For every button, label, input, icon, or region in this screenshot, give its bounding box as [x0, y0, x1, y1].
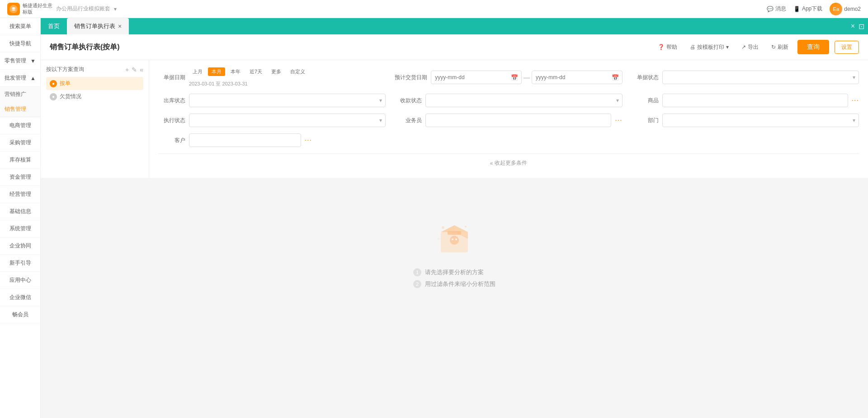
logo-area[interactable]: 畅捷通好生意 标版	[7, 3, 52, 15]
collapse-scheme-icon[interactable]: «	[140, 66, 143, 73]
date-range-picker: 📅 — 📅	[431, 71, 622, 84]
collapse-btn[interactable]: « 收起更多条件	[485, 157, 533, 169]
shipment-select[interactable]	[189, 94, 386, 107]
date-end-wrapper: 📅	[532, 71, 623, 84]
breadcrumb-icon[interactable]: ▾	[114, 6, 117, 12]
date-tag-last-month[interactable]: 上月	[189, 67, 206, 76]
tab-maximize-icon[interactable]: ⊡	[859, 22, 864, 31]
date-start-input[interactable]	[431, 71, 522, 84]
sidebar-item-basic[interactable]: 基础信息	[0, 203, 40, 220]
sales-rep-input[interactable]	[425, 114, 611, 127]
refresh-btn[interactable]: ↻ 刷新	[768, 42, 792, 53]
receipt-field: 收款状态 ▾	[395, 94, 622, 107]
execution-select-wrapper: ▾	[189, 114, 386, 127]
empty-tips: 1 请先选择要分析的方案 2 用过滤条件来缩小分析范围	[413, 268, 495, 288]
tip-num-2: 2	[413, 280, 421, 288]
sidebar-item-wechat[interactable]: 企业微信	[0, 289, 40, 306]
dept-select-wrapper: ▾	[662, 114, 859, 127]
receipt-select-wrapper: ▾	[425, 94, 622, 107]
app-download-btn[interactable]: 📱 App下载	[793, 5, 822, 13]
sidebar-item-collab[interactable]: 企业协同	[0, 238, 40, 255]
export-btn[interactable]: ↗ 导出	[738, 42, 762, 53]
goods-input[interactable]	[662, 94, 848, 107]
sidebar-item-ecommerce[interactable]: 电商管理	[0, 117, 40, 134]
help-btn[interactable]: ❓ 帮助	[654, 42, 681, 53]
message-btn[interactable]: 💬 消息	[767, 5, 786, 13]
shipment-select-wrapper: ▾	[189, 94, 386, 107]
settings-btn[interactable]: 设置	[835, 41, 859, 54]
date-tag-7days[interactable]: 近7天	[246, 67, 266, 76]
date-tag-custom[interactable]: 自定义	[287, 67, 309, 76]
sidebar-item-system[interactable]: 系统管理	[0, 220, 40, 238]
template-print-btn[interactable]: 🖨 按模板打印 ▾	[686, 42, 732, 53]
status-select-wrapper: ▾	[662, 71, 859, 84]
status-select[interactable]	[662, 71, 859, 84]
sidebar-subitem-marketing[interactable]: 营销推广	[0, 87, 40, 102]
sidebar-item-appcenter[interactable]: 应用中心	[0, 272, 40, 289]
breadcrumb[interactable]: 办公用品行业模拟账套	[56, 5, 110, 13]
sidebar-item-search[interactable]: 搜索菜单	[0, 18, 40, 35]
tab-sales-order[interactable]: 销售订单执行表 ×	[67, 18, 129, 34]
dept-select[interactable]	[662, 114, 859, 127]
sales-rep-more-btn[interactable]: ···	[615, 116, 622, 124]
tab-minimize-icon[interactable]: ×	[851, 22, 855, 30]
status-label: 单据状态	[632, 74, 659, 81]
date-field: 单据日期 上月 本月 本年 近7天 更多 自定义 20	[158, 67, 386, 87]
sidebar-subitem-sales[interactable]: 销售管理	[0, 102, 40, 117]
sidebar: 搜索菜单 快捷导航 零售管理 ▼ 批发管理 ▲ 营销推广 销售管理 电商管理 采…	[0, 18, 41, 418]
avatar: Ea	[830, 3, 842, 15]
edit-scheme-icon[interactable]: ✎	[132, 66, 137, 73]
filter-row-2: 出库状态 ▾ 收款状态	[158, 94, 859, 107]
empty-tip-2: 2 用过滤条件来缩小分析范围	[413, 280, 495, 288]
tab-close-icon[interactable]: ×	[118, 23, 122, 29]
date-end-input[interactable]	[532, 71, 623, 84]
page-body: 销售订单执行表(按单) ❓ 帮助 🖨 按模板打印 ▾ ↗ 导出	[41, 34, 868, 418]
svg-point-9	[465, 226, 467, 228]
receipt-select[interactable]	[425, 94, 622, 107]
svg-rect-6	[452, 238, 453, 240]
filter-left-header: 按以下方案查询 + ✎ «	[46, 66, 143, 73]
svg-point-10	[438, 238, 439, 240]
sidebar-item-inventory[interactable]: 库存核算	[0, 152, 40, 169]
sidebar-item-member[interactable]: 畅会员	[0, 306, 40, 323]
date-tag-this-year[interactable]: 本年	[227, 67, 244, 76]
scheme-item-by-order[interactable]: ● 按单	[46, 77, 143, 90]
shipment-field: 出库状态 ▾	[158, 94, 386, 107]
query-btn[interactable]: 查询	[797, 40, 829, 54]
top-bar-right: 💬 消息 📱 App下载 Ea demo2	[767, 3, 861, 15]
goods-more-btn[interactable]: ···	[852, 96, 859, 104]
retail-expand-icon: ▼	[30, 58, 36, 64]
sidebar-item-purchase[interactable]: 采购管理	[0, 134, 40, 152]
filter-scheme-label: 按以下方案查询	[46, 66, 84, 73]
customer-input[interactable]	[189, 133, 301, 147]
scheme-name-shortage: 欠货情况	[60, 93, 81, 100]
page-title: 销售订单执行表(按单)	[50, 43, 120, 52]
filter-scheme-panel: 按以下方案查询 + ✎ « ● 按单 ● 欠货情况	[41, 60, 149, 178]
customer-field: 客户 ···	[158, 133, 312, 147]
filter-row-1: 单据日期 上月 本月 本年 近7天 更多 自定义 20	[158, 67, 859, 87]
sidebar-item-ops[interactable]: 经营管理	[0, 186, 40, 203]
sidebar-item-quick-nav[interactable]: 快捷导航	[0, 35, 40, 52]
date-tag-this-month[interactable]: 本月	[208, 67, 225, 76]
date-tag-more[interactable]: 更多	[268, 67, 285, 76]
sidebar-item-wholesale[interactable]: 批发管理 ▲	[0, 70, 40, 87]
scheme-item-shortage[interactable]: ● 欠货情况	[46, 90, 143, 103]
sidebar-item-guide[interactable]: 新手引导	[0, 255, 40, 272]
filter-scheme-icons: + ✎ «	[125, 66, 143, 73]
add-scheme-icon[interactable]: +	[125, 66, 129, 73]
logo-icon	[7, 3, 20, 15]
user-profile-btn[interactable]: Ea demo2	[830, 3, 861, 15]
date-range-text: 2023-03-01 至 2023-03-31	[189, 81, 386, 87]
top-bar: 畅捷通好生意 标版 办公用品行业模拟账套 ▾ 💬 消息 📱 App下载 Ea d…	[0, 0, 868, 18]
sidebar-item-retail[interactable]: 零售管理 ▼	[0, 52, 40, 70]
customer-more-btn[interactable]: ···	[305, 136, 312, 144]
svg-rect-4	[448, 231, 461, 235]
scheme-dot-active: ●	[50, 80, 57, 87]
expected-date-label: 预计交货日期	[395, 74, 427, 81]
tab-home[interactable]: 首页	[41, 18, 67, 34]
tab-bar-actions: × ⊡	[851, 22, 868, 31]
filter-fields: 单据日期 上月 本月 本年 近7天 更多 自定义 20	[149, 60, 868, 178]
sidebar-item-finance[interactable]: 资金管理	[0, 169, 40, 186]
execution-select[interactable]	[189, 114, 386, 127]
scheme-dot-gray: ●	[50, 93, 57, 100]
